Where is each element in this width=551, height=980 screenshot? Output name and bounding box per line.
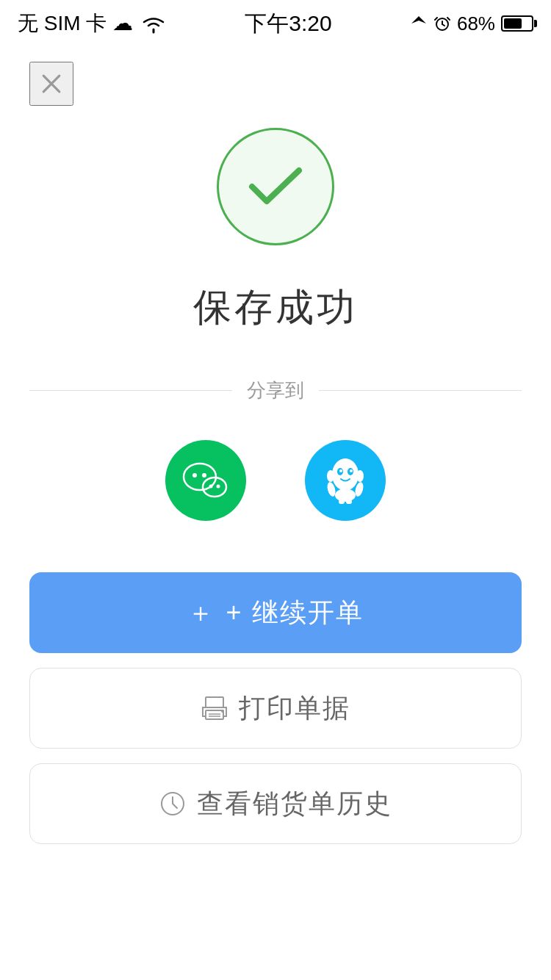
continue-label: + 继续开单 bbox=[226, 595, 363, 631]
battery-icon bbox=[501, 15, 533, 32]
svg-point-9 bbox=[202, 473, 206, 478]
alarm-icon bbox=[433, 15, 451, 32]
print-label: 打印单据 bbox=[239, 691, 350, 727]
share-icons-group bbox=[165, 440, 386, 521]
svg-point-18 bbox=[327, 470, 334, 482]
action-buttons: ＋ + 继续开单 打印单据 查看销货单历史 bbox=[29, 572, 522, 844]
battery-percent: 68% bbox=[457, 12, 495, 35]
success-title: 保存成功 bbox=[193, 282, 358, 334]
status-bar: 无 SIM 卡 ☁ 下午3:20 68% bbox=[0, 0, 551, 47]
history-label: 查看销货单历史 bbox=[197, 786, 392, 822]
svg-point-8 bbox=[192, 473, 197, 478]
status-time: 下午3:20 bbox=[245, 9, 331, 39]
svg-point-28 bbox=[221, 710, 224, 713]
svg-line-2 bbox=[442, 24, 444, 26]
svg-rect-26 bbox=[206, 710, 223, 719]
wechat-icon bbox=[182, 459, 229, 502]
plus-icon: ＋ bbox=[187, 595, 215, 631]
wechat-share-button[interactable] bbox=[165, 440, 246, 521]
close-icon bbox=[38, 71, 65, 97]
status-right: 68% bbox=[410, 12, 533, 35]
divider-right bbox=[319, 390, 522, 391]
svg-point-16 bbox=[339, 469, 342, 472]
sim-text: 无 SIM 卡 ☁ bbox=[18, 10, 133, 37]
svg-point-17 bbox=[350, 469, 353, 472]
location-icon bbox=[410, 15, 428, 32]
print-icon bbox=[201, 694, 228, 722]
success-circle bbox=[217, 128, 334, 245]
qq-share-button[interactable] bbox=[305, 440, 386, 521]
svg-line-4 bbox=[447, 18, 450, 20]
continue-button[interactable]: ＋ + 继续开单 bbox=[29, 572, 522, 653]
share-label: 分享到 bbox=[247, 378, 304, 403]
svg-point-12 bbox=[217, 485, 220, 489]
history-button[interactable]: 查看销货单历史 bbox=[29, 763, 522, 844]
svg-rect-22 bbox=[346, 500, 352, 504]
svg-rect-21 bbox=[339, 500, 345, 504]
svg-line-3 bbox=[435, 18, 437, 20]
share-divider: 分享到 bbox=[29, 378, 522, 403]
divider-left bbox=[29, 390, 232, 391]
print-button[interactable]: 打印单据 bbox=[29, 668, 522, 749]
svg-point-13 bbox=[332, 458, 359, 491]
main-content: 保存成功 分享到 bbox=[0, 47, 551, 873]
wifi-icon bbox=[140, 13, 167, 34]
status-left: 无 SIM 卡 ☁ bbox=[18, 10, 167, 37]
svg-point-19 bbox=[356, 470, 364, 482]
svg-rect-25 bbox=[206, 697, 223, 707]
close-button[interactable] bbox=[29, 62, 73, 106]
history-icon bbox=[159, 790, 187, 818]
qq-icon bbox=[322, 455, 369, 505]
svg-point-20 bbox=[335, 489, 356, 502]
checkmark-icon bbox=[246, 165, 305, 209]
svg-point-11 bbox=[209, 485, 213, 489]
